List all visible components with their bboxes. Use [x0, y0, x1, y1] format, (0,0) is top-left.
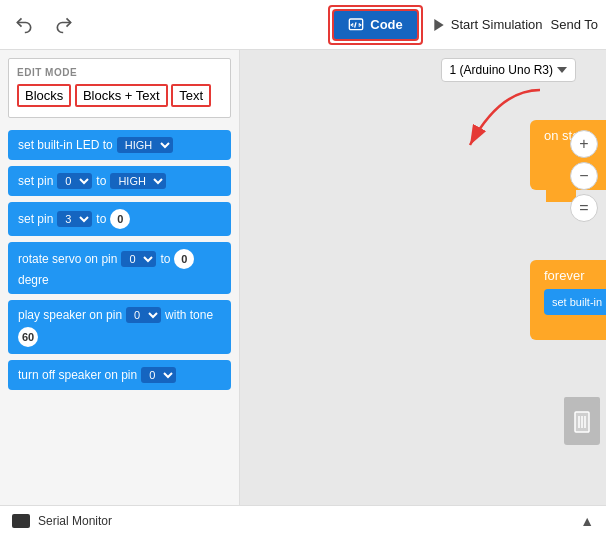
block-pin1-dropdown[interactable]: 0123: [57, 173, 92, 189]
edit-mode-box: EDIT MODE Blocks Blocks + Text Text: [8, 58, 231, 118]
zoom-reset-button[interactable]: =: [570, 194, 598, 222]
svg-marker-1: [434, 19, 443, 31]
block-servo-pin-dropdown[interactable]: 012: [121, 251, 156, 267]
code-label: Code: [370, 17, 403, 32]
serial-monitor-label: Serial Monitor: [38, 514, 112, 528]
sim-label: Start Simulation: [451, 17, 543, 32]
right-canvas: 1 (Arduino Uno R3) on start forever set …: [240, 50, 606, 505]
arduino-label: 1 (Arduino Uno R3): [450, 63, 553, 77]
block-set-pin-1[interactable]: set pin 0123 to HIGHLOW: [8, 166, 231, 196]
start-simulation-button[interactable]: Start Simulation: [431, 17, 543, 33]
arduino-selector[interactable]: 1 (Arduino Uno R3): [441, 58, 576, 82]
bottom-bar: Serial Monitor ▲: [0, 505, 606, 535]
edit-mode-blocks[interactable]: Blocks: [17, 84, 71, 107]
block-pin2-value[interactable]: 0: [110, 209, 130, 229]
edit-mode-blocks-text[interactable]: Blocks + Text: [75, 84, 168, 107]
canvas-forever-block[interactable]: forever set built-in LED to HIGHLOW: [530, 260, 606, 340]
block-pin1-value-dropdown[interactable]: HIGHLOW: [110, 173, 166, 189]
zoom-in-button[interactable]: +: [570, 130, 598, 158]
toolbar: Code Start Simulation Send To: [0, 0, 606, 50]
inner-led-block[interactable]: set built-in LED to HIGHLOW: [544, 289, 606, 315]
redo-button[interactable]: [48, 9, 80, 41]
code-button-wrapper: Code: [328, 5, 423, 45]
main-layout: EDIT MODE Blocks Blocks + Text Text set …: [0, 50, 606, 505]
edit-mode-label: EDIT MODE: [17, 67, 222, 78]
block-rotate-servo[interactable]: rotate servo on pin 012 to 0 degre: [8, 242, 231, 294]
block-set-builtin-led[interactable]: set built-in LED to HIGHLOW: [8, 130, 231, 160]
block-speaker-tone[interactable]: 60: [18, 327, 38, 347]
serial-monitor-icon: [12, 514, 30, 528]
block-speaker-pin-dropdown[interactable]: 01: [126, 307, 161, 323]
forever-label: forever: [544, 268, 606, 283]
block-led-dropdown[interactable]: HIGHLOW: [117, 137, 173, 153]
left-panel: EDIT MODE Blocks Blocks + Text Text set …: [0, 50, 240, 505]
trash-button[interactable]: [564, 401, 600, 445]
block-pin2-dropdown[interactable]: 3012: [57, 211, 92, 227]
inner-block-text: set built-in LED to: [552, 296, 606, 308]
block-turn-off-speaker[interactable]: turn off speaker on pin 01: [8, 360, 231, 390]
expand-button[interactable]: ▲: [580, 513, 594, 529]
block-servo-value[interactable]: 0: [174, 249, 194, 269]
code-button[interactable]: Code: [332, 9, 419, 41]
blocks-list: set built-in LED to HIGHLOW set pin 0123…: [0, 126, 239, 505]
edit-mode-text[interactable]: Text: [171, 84, 211, 107]
send-label: Send To: [551, 17, 598, 32]
block-set-pin-2[interactable]: set pin 3012 to 0: [8, 202, 231, 236]
undo-button[interactable]: [8, 9, 40, 41]
block-play-speaker[interactable]: play speaker on pin 01 with tone 60: [8, 300, 231, 354]
zoom-out-button[interactable]: −: [570, 162, 598, 190]
zoom-controls: + − =: [570, 130, 598, 222]
svg-marker-2: [557, 67, 567, 73]
block-off-speaker-dropdown[interactable]: 01: [141, 367, 176, 383]
send-to-button[interactable]: Send To: [551, 17, 598, 32]
